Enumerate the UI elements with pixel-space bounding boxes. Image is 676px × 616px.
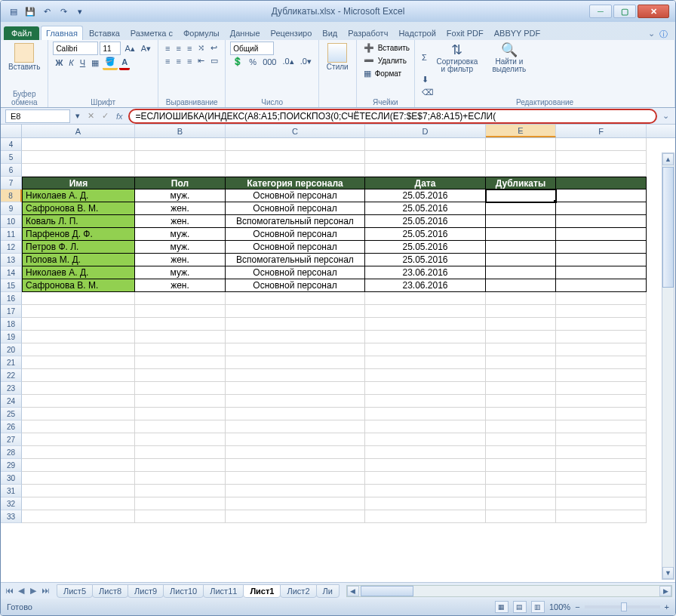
cell-E30[interactable] <box>486 472 556 485</box>
cell-E24[interactable] <box>486 395 556 408</box>
cancel-icon[interactable]: ✕ <box>85 109 97 122</box>
cell-E32[interactable] <box>486 497 556 510</box>
cell-F33[interactable] <box>556 510 647 523</box>
cell-C19[interactable] <box>226 331 365 343</box>
cell-F19[interactable] <box>556 331 647 343</box>
cell-F27[interactable] <box>556 433 647 446</box>
row-header[interactable]: 30 <box>1 472 22 485</box>
cell-C15[interactable]: Основной персонал <box>226 279 365 292</box>
cell-F6[interactable] <box>556 164 647 177</box>
fx-icon[interactable]: fx <box>114 112 125 121</box>
autosum-icon[interactable]: Σ <box>419 51 429 63</box>
italic-button[interactable]: К <box>66 57 75 69</box>
row-header[interactable]: 11 <box>1 228 22 241</box>
align-left-icon[interactable]: ≡ <box>163 55 172 67</box>
bold-button[interactable]: Ж <box>53 57 65 69</box>
cell-A6[interactable] <box>22 164 135 177</box>
orientation-icon[interactable]: ⤭ <box>195 42 207 54</box>
cell-B19[interactable] <box>135 331 226 343</box>
cell-C32[interactable] <box>226 497 365 510</box>
cell-E11[interactable] <box>486 228 556 241</box>
cell-A21[interactable] <box>22 356 135 369</box>
cell-D17[interactable] <box>365 305 486 318</box>
cell-E20[interactable] <box>486 343 556 356</box>
row-header[interactable]: 27 <box>1 433 22 446</box>
cell-E6[interactable] <box>486 164 556 177</box>
align-mid-icon[interactable]: ≡ <box>174 42 183 54</box>
cell-C28[interactable] <box>226 446 365 459</box>
cell-F12[interactable] <box>556 241 647 254</box>
vertical-scrollbar[interactable]: ▲ ▼ <box>662 152 674 580</box>
cell-C13[interactable]: Вспомогательный персонал <box>226 254 365 266</box>
formula-bar[interactable]: =ЕСЛИОШИБКА(ИНДЕКС(A8:A15;ПОИСКПОЗ(0;СЧЁ… <box>136 111 496 122</box>
row-header[interactable]: 23 <box>1 382 22 395</box>
cell-D14[interactable]: 23.06.2016 <box>365 266 486 279</box>
cell-D20[interactable] <box>365 343 486 356</box>
row-header[interactable]: 29 <box>1 459 22 472</box>
row-header[interactable]: 22 <box>1 369 22 382</box>
cell-B5[interactable] <box>135 151 226 164</box>
cell-B16[interactable] <box>135 292 226 305</box>
find-select-button[interactable]: 🔍 Найти и выделить <box>485 42 533 73</box>
cell-F7[interactable] <box>556 177 647 189</box>
font-size-selector[interactable]: 11 <box>100 42 121 55</box>
cell-A9[interactable]: Сафронова В. М. <box>22 202 135 215</box>
cell-A33[interactable] <box>22 510 135 523</box>
cell-B12[interactable]: муж. <box>135 241 226 254</box>
font-color-icon[interactable]: A <box>119 56 130 70</box>
cell-E7[interactable]: Дубликаты <box>486 177 556 189</box>
cell-B25[interactable] <box>135 408 226 420</box>
sheet-tab-Лист8[interactable]: Лист8 <box>92 584 128 598</box>
cell-B33[interactable] <box>135 510 226 523</box>
cell-C21[interactable] <box>226 356 365 369</box>
cell-C5[interactable] <box>226 151 365 164</box>
delete-button[interactable]: Удалить <box>378 57 407 65</box>
cell-B11[interactable]: муж. <box>135 228 226 241</box>
cell-E10[interactable] <box>486 215 556 228</box>
cell-D8[interactable]: 25.05.2016 <box>365 189 486 202</box>
cell-C33[interactable] <box>226 510 365 523</box>
cell-F13[interactable] <box>556 254 647 266</box>
cell-E33[interactable] <box>486 510 556 523</box>
cell-A14[interactable]: Николаев А. Д. <box>22 266 135 279</box>
ribbon-tab-10[interactable]: ABBYY PDF <box>490 26 545 40</box>
last-sheet-icon[interactable]: ⏭ <box>40 586 51 596</box>
cell-F8[interactable] <box>556 189 647 202</box>
cell-B17[interactable] <box>135 305 226 318</box>
cell-E15[interactable] <box>486 279 556 292</box>
cell-D28[interactable] <box>365 446 486 459</box>
vscroll-thumb[interactable] <box>662 167 674 288</box>
cell-D7[interactable]: Дата <box>365 177 486 189</box>
zoom-thumb[interactable] <box>621 602 627 611</box>
clear-icon[interactable]: ⌫ <box>419 86 436 99</box>
row-header[interactable]: 25 <box>1 408 22 420</box>
cell-E4[interactable] <box>486 138 556 151</box>
cell-E28[interactable] <box>486 446 556 459</box>
next-sheet-icon[interactable]: ▶ <box>28 586 38 596</box>
cell-E16[interactable] <box>486 292 556 305</box>
cell-F30[interactable] <box>556 472 647 485</box>
sheet-tab-Лист5[interactable]: Лист5 <box>57 584 93 598</box>
cell-C12[interactable]: Основной персонал <box>226 241 365 254</box>
cell-C23[interactable] <box>226 382 365 395</box>
hscroll-thumb[interactable] <box>361 586 413 596</box>
cell-E22[interactable] <box>486 369 556 382</box>
cell-E27[interactable] <box>486 433 556 446</box>
cell-D25[interactable] <box>365 408 486 420</box>
minimize-button[interactable]: ─ <box>589 5 612 18</box>
currency-icon[interactable]: 💲 <box>230 55 245 68</box>
cell-E14[interactable] <box>486 266 556 279</box>
format-icon[interactable]: ▦ <box>361 67 373 80</box>
cell-C25[interactable] <box>226 408 365 420</box>
dec-dec-icon[interactable]: .0▾ <box>298 55 314 68</box>
insert-row-icon[interactable]: ➕ <box>361 42 376 54</box>
cell-A29[interactable] <box>22 459 135 472</box>
cell-E18[interactable] <box>486 318 556 331</box>
zoom-out-button[interactable]: − <box>575 602 579 611</box>
save-icon[interactable]: 💾 <box>23 5 37 18</box>
cell-B15[interactable]: жен. <box>135 279 226 292</box>
cell-A23[interactable] <box>22 382 135 395</box>
sort-filter-button[interactable]: ⇅ Сортировка и фильтр <box>431 42 484 73</box>
ribbon-tab-0[interactable]: Главная <box>41 26 83 40</box>
cell-C9[interactable]: Основной персонал <box>226 202 365 215</box>
